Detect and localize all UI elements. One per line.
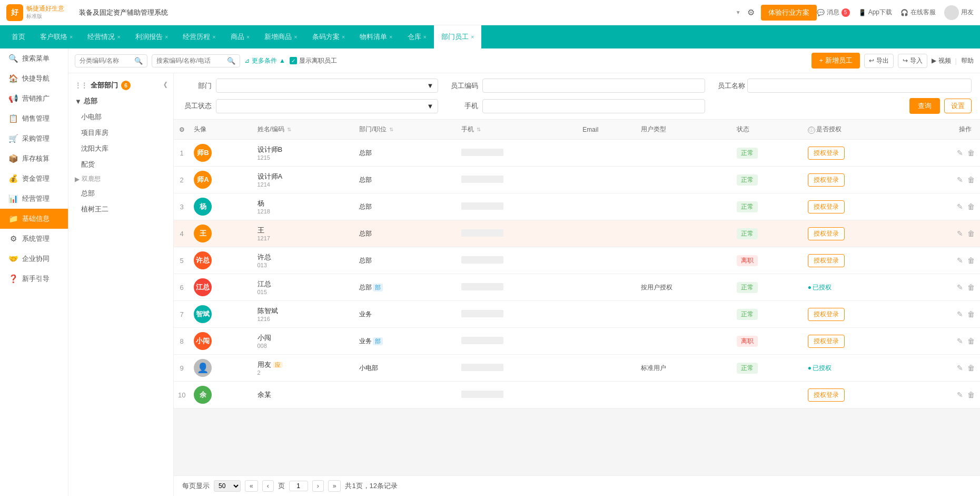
tab-add-goods[interactable]: 新增商品 ×: [257, 25, 304, 48]
sidebar-item-inventory[interactable]: 📦 库存核算: [0, 149, 68, 169]
sidebar-item-basic[interactable]: 📁 基础信息: [0, 209, 68, 229]
close-icon[interactable]: ×: [389, 34, 392, 40]
sidebar-item-marketing[interactable]: 📢 营销推广: [0, 89, 68, 109]
close-icon[interactable]: ×: [212, 34, 215, 40]
edit-icon[interactable]: ✎: [957, 391, 963, 399]
export-button[interactable]: ↩ 导出: [864, 54, 894, 68]
delete-icon[interactable]: 🗑: [967, 256, 975, 265]
sidebar-item-corp[interactable]: 🤝 企业协同: [0, 249, 68, 269]
employee-search-box[interactable]: 🔍: [152, 54, 240, 67]
name-col-header[interactable]: 姓名/编码 ⇅: [253, 120, 355, 140]
close-icon[interactable]: ×: [165, 34, 168, 40]
more-conditions-btn[interactable]: ⊿ 更多条件 ▲: [244, 56, 285, 65]
tab-customer[interactable]: 客户联络 ×: [33, 25, 80, 48]
sidebar-item-shortcut[interactable]: 🏠 快捷导航: [0, 69, 68, 89]
tab-home[interactable]: 首页: [4, 25, 33, 48]
dept-item-zhishu[interactable]: 植树王二: [68, 201, 173, 217]
auth-login-btn[interactable]: 授权登录: [808, 173, 845, 187]
sidebar-item-system[interactable]: ⚙ 系统管理: [0, 229, 68, 249]
auth-login-btn[interactable]: 授权登录: [808, 335, 845, 348]
edit-icon[interactable]: ✎: [957, 229, 963, 238]
sidebar-item-operation[interactable]: 📊 经营管理: [0, 189, 68, 209]
add-employee-button[interactable]: + 新增员工: [811, 53, 859, 69]
edit-icon[interactable]: ✎: [957, 364, 963, 372]
close-icon[interactable]: ×: [117, 34, 120, 40]
dept-group-shuanglu[interactable]: ▶ 双鹿想: [68, 172, 173, 186]
delete-icon[interactable]: 🗑: [967, 202, 975, 211]
delete-icon[interactable]: 🗑: [967, 337, 975, 345]
sidebar-item-finance[interactable]: 💰 资金管理: [0, 169, 68, 189]
dept-col-header[interactable]: 部门/职位 ⇅: [355, 120, 457, 140]
sidebar-item-purchase[interactable]: 🛒 采购管理: [0, 129, 68, 149]
close-icon[interactable]: ×: [294, 34, 297, 40]
close-icon[interactable]: ×: [471, 34, 474, 40]
close-icon[interactable]: ×: [246, 34, 250, 40]
delete-icon[interactable]: 🗑: [967, 176, 975, 184]
next-page-btn[interactable]: ›: [312, 480, 324, 492]
edit-icon[interactable]: ✎: [957, 176, 963, 184]
auth-login-btn[interactable]: 授权登录: [808, 254, 845, 267]
sidebar-item-search[interactable]: 🔍 搜索菜单: [0, 48, 68, 69]
tab-warehouse[interactable]: 仓库 ×: [400, 25, 434, 48]
tab-profit[interactable]: 利润报告 ×: [128, 25, 175, 48]
first-page-btn[interactable]: «: [245, 480, 258, 492]
edit-icon[interactable]: ✎: [957, 337, 963, 345]
tab-operation-status[interactable]: 经营情况 ×: [80, 25, 127, 48]
service-btn[interactable]: 🎧 在线客服: [900, 8, 936, 17]
dept-filter-select[interactable]: ▼: [216, 79, 438, 93]
delete-icon[interactable]: 🗑: [967, 149, 975, 157]
per-page-select[interactable]: 50 100: [214, 480, 241, 492]
phone-filter-input[interactable]: [482, 99, 705, 113]
import-button[interactable]: ↪ 导入: [898, 54, 927, 68]
set-button[interactable]: 设置: [944, 99, 972, 113]
system-dropdown-icon[interactable]: ▼: [736, 9, 741, 15]
auth-login-btn[interactable]: 授权登录: [808, 388, 845, 402]
page-input[interactable]: [289, 481, 308, 491]
category-search-input[interactable]: [80, 57, 132, 64]
delete-icon[interactable]: 🗑: [967, 229, 975, 238]
dept-item-xiaodiandept[interactable]: 小电部: [68, 109, 173, 125]
close-icon[interactable]: ×: [70, 34, 73, 40]
edit-icon[interactable]: ✎: [957, 310, 963, 318]
edit-icon[interactable]: ✎: [957, 256, 963, 265]
sidebar-item-sales[interactable]: 📋 销售管理: [0, 109, 68, 129]
delete-icon[interactable]: 🗑: [967, 310, 975, 318]
dept-item-shenyang[interactable]: 沈阳大库: [68, 141, 173, 157]
close-icon[interactable]: ×: [342, 34, 345, 40]
code-filter-input[interactable]: [482, 79, 705, 93]
tab-employee[interactable]: 部门员工 ×: [434, 25, 481, 48]
view-btn[interactable]: ▶ 视频: [932, 56, 951, 65]
sidebar-item-guide[interactable]: ❓ 新手引导: [0, 269, 68, 289]
dept-item-distribution[interactable]: 配货: [68, 157, 173, 172]
dept-item-project[interactable]: 项目库房: [68, 125, 173, 141]
delete-icon[interactable]: 🗑: [967, 283, 975, 291]
edit-icon[interactable]: ✎: [957, 283, 963, 291]
show-resigned-checkbox[interactable]: ✓ 显示离职员工: [290, 56, 337, 65]
auth-login-btn[interactable]: 授权登录: [808, 308, 845, 321]
app-download-btn[interactable]: 📱 App下载: [858, 8, 892, 17]
auth-login-btn[interactable]: 授权登录: [808, 147, 845, 160]
tab-history[interactable]: 经营历程 ×: [175, 25, 223, 48]
tab-barcode[interactable]: 条码方案 ×: [305, 25, 352, 48]
last-page-btn[interactable]: »: [328, 480, 341, 492]
prev-page-btn[interactable]: ‹: [262, 480, 274, 492]
edit-icon[interactable]: ✎: [957, 202, 963, 211]
message-btn[interactable]: 💬 消息 5: [817, 8, 850, 17]
help-btn[interactable]: 帮助: [961, 56, 974, 65]
delete-icon[interactable]: 🗑: [967, 364, 975, 372]
tab-goods[interactable]: 商品 ×: [223, 25, 257, 48]
edit-icon[interactable]: ✎: [957, 149, 963, 157]
employee-search-input[interactable]: [156, 57, 225, 64]
user-btn[interactable]: 用友: [944, 5, 974, 20]
dept-item-head[interactable]: ▼ 总部: [68, 93, 173, 109]
category-search-box[interactable]: 🔍: [75, 54, 147, 67]
phone-col-header[interactable]: 手机 ⇅: [457, 120, 578, 140]
status-filter-select[interactable]: ▼: [216, 99, 438, 113]
auth-login-btn[interactable]: 授权登录: [808, 200, 845, 213]
query-button[interactable]: 查询: [909, 98, 940, 114]
tab-bom[interactable]: 物料清单 ×: [352, 25, 400, 48]
name-filter-input[interactable]: [747, 79, 972, 93]
close-icon[interactable]: ×: [423, 34, 427, 40]
auth-login-btn[interactable]: 授权登录: [808, 227, 845, 240]
settings-icon[interactable]: ⚙: [747, 7, 755, 17]
